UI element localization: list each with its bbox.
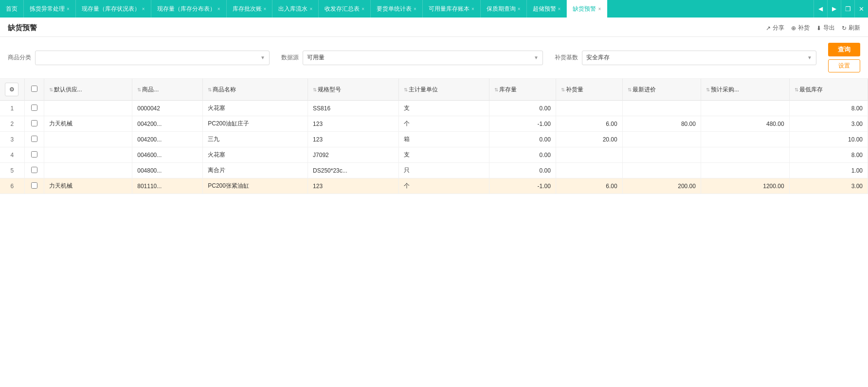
- row-checkbox[interactable]: [31, 120, 37, 126]
- col-product-name: ⇅商品名称: [203, 79, 308, 101]
- tab-shortage-warning-label: 缺货预警: [573, 5, 596, 13]
- row-estimated-purchase: [701, 132, 789, 147]
- row-default-supplier: 力天机械: [44, 178, 132, 194]
- tab-available-ledger[interactable]: 可用量库存账本 ×: [423, 0, 481, 18]
- nav-prev-button[interactable]: ◀: [814, 0, 827, 18]
- close-icon[interactable]: ×: [309, 6, 312, 12]
- tab-shortage-warning[interactable]: 缺货预警 ×: [567, 0, 607, 18]
- close-icon[interactable]: ×: [414, 6, 416, 12]
- row-checkbox[interactable]: [31, 105, 37, 111]
- replenish-icon: ⊕: [791, 25, 796, 32]
- close-window-button[interactable]: ✕: [854, 0, 868, 18]
- close-icon[interactable]: ×: [142, 6, 145, 12]
- row-latest-price: [622, 101, 701, 116]
- row-replenish: [556, 147, 622, 163]
- close-icon[interactable]: ×: [471, 6, 474, 12]
- tab-overstock-warning[interactable]: 超储预警 ×: [527, 0, 567, 18]
- close-icon[interactable]: ×: [518, 6, 521, 12]
- row-unit: 个: [399, 178, 489, 194]
- settings-button[interactable]: 设置: [828, 59, 860, 72]
- tab-inout-flow[interactable]: 出入库流水 ×: [272, 0, 319, 18]
- tab-inout-flow-label: 出入库流水: [278, 5, 307, 13]
- row-estimated-purchase: [701, 163, 789, 178]
- nav-next-button[interactable]: ▶: [827, 0, 841, 18]
- row-product-code: 0000042: [132, 101, 203, 116]
- category-select[interactable]: ▼: [35, 51, 270, 65]
- close-icon[interactable]: ×: [362, 6, 364, 12]
- datasource-select[interactable]: 可用量 ▼: [303, 51, 543, 65]
- refresh-label: 刷新: [849, 24, 860, 32]
- col-replenish: ⇅补货量: [556, 79, 622, 101]
- tab-pick-exception-label: 拣货异常处理: [30, 5, 65, 13]
- filter-bar: 商品分类 ▼ 数据源 可用量 ▼ 补货基数 安全库存 ▼ 查询 设置: [0, 37, 868, 79]
- row-product-name: 火花塞: [203, 101, 308, 116]
- row-checkbox[interactable]: [31, 182, 37, 189]
- row-min-stock: 10.00: [789, 132, 868, 147]
- row-product-code: 801110...: [132, 178, 203, 194]
- tab-stock-dist-label: 现存量（库存分布表）: [157, 5, 216, 13]
- replenish-base-select[interactable]: 安全库存 ▼: [582, 51, 816, 65]
- col-min-stock: ⇅最低库存: [789, 79, 868, 101]
- row-stock: 0.00: [489, 101, 556, 116]
- tab-available-ledger-label: 可用量库存账本: [429, 5, 470, 13]
- col-checkbox: [24, 79, 44, 101]
- row-default-supplier: [44, 132, 132, 147]
- tab-pick-exception[interactable]: 拣货异常处理 ×: [24, 0, 76, 18]
- sort-icon: ⇅: [628, 87, 632, 92]
- close-icon[interactable]: ×: [67, 6, 70, 12]
- sort-icon: ⇅: [404, 87, 408, 92]
- tab-stock-dist[interactable]: 现存量（库存分布表） ×: [151, 0, 227, 18]
- chevron-down-icon: ▼: [534, 55, 539, 60]
- refresh-button[interactable]: ↻ 刷新: [842, 24, 860, 32]
- close-icon[interactable]: ×: [598, 6, 601, 12]
- col-default-supplier: ⇅默认供应...: [44, 79, 132, 101]
- close-icon[interactable]: ×: [264, 6, 267, 12]
- tab-collect-summary[interactable]: 收发存汇总表 ×: [319, 0, 371, 18]
- select-all-checkbox[interactable]: [31, 86, 37, 92]
- tab-demand-stats[interactable]: 要货单统计表 ×: [371, 0, 423, 18]
- row-product-code: 004200...: [132, 132, 203, 147]
- row-default-supplier: [44, 101, 132, 116]
- row-min-stock: 3.00: [789, 178, 868, 194]
- query-button[interactable]: 查询: [828, 43, 860, 56]
- tab-batch-account[interactable]: 库存批次账 ×: [227, 0, 273, 18]
- row-default-supplier: [44, 147, 132, 163]
- row-checkbox[interactable]: [31, 136, 37, 142]
- row-num: 1: [0, 101, 24, 116]
- tab-quality-query[interactable]: 保质期查询 ×: [481, 0, 527, 18]
- row-num: 5: [0, 163, 24, 178]
- row-product-name: 离合片: [203, 163, 308, 178]
- replenish-base-label: 补货基数: [555, 53, 578, 62]
- row-estimated-purchase: [701, 147, 789, 163]
- row-num: 6: [0, 178, 24, 194]
- row-checkbox[interactable]: [31, 167, 37, 173]
- data-table: ⚙ ⇅默认供应... ⇅商品... ⇅商品名称 ⇅规格型号 ⇅主计量单位 ⇅库存…: [0, 79, 868, 194]
- restore-button[interactable]: ❐: [841, 0, 854, 18]
- row-checkbox[interactable]: [31, 151, 37, 158]
- close-icon[interactable]: ×: [558, 6, 561, 12]
- row-unit: 箱: [399, 132, 489, 147]
- row-checkbox-cell: [24, 101, 44, 116]
- row-stock: -1.00: [489, 178, 556, 194]
- table-row: 5 004800... 离合片 DS250*23c... 只 0.00 1.00: [0, 163, 868, 178]
- sort-icon: ⇅: [313, 87, 317, 92]
- col-estimated-purchase: ⇅预计采购...: [701, 79, 789, 101]
- tab-home[interactable]: 首页: [0, 0, 24, 18]
- replenish-button[interactable]: ⊕ 补货: [791, 24, 810, 32]
- table-row: 4 004600... 火花塞 J7092 支 0.00 8.00: [0, 147, 868, 163]
- row-spec: DS250*23c...: [308, 163, 399, 178]
- replenish-base-value: 安全库存: [586, 53, 610, 62]
- close-icon[interactable]: ×: [217, 6, 220, 12]
- tab-stock-status[interactable]: 现存量（库存状况表） ×: [76, 0, 151, 18]
- gear-settings-button[interactable]: ⚙: [5, 83, 18, 96]
- row-spec: 123: [308, 132, 399, 147]
- export-button[interactable]: ⬇ 导出: [816, 24, 835, 32]
- refresh-icon: ↻: [842, 25, 847, 32]
- export-icon: ⬇: [816, 25, 821, 32]
- row-min-stock: 3.00: [789, 116, 868, 132]
- page-title: 缺货预警: [8, 23, 37, 33]
- row-num: 4: [0, 147, 24, 163]
- replenish-base-filter: 补货基数 安全库存 ▼: [555, 51, 816, 65]
- main-content: 缺货预警 ↗ 分享 ⊕ 补货 ⬇ 导出 ↻ 刷新 商品分类: [0, 18, 868, 387]
- share-button[interactable]: ↗ 分享: [766, 24, 784, 32]
